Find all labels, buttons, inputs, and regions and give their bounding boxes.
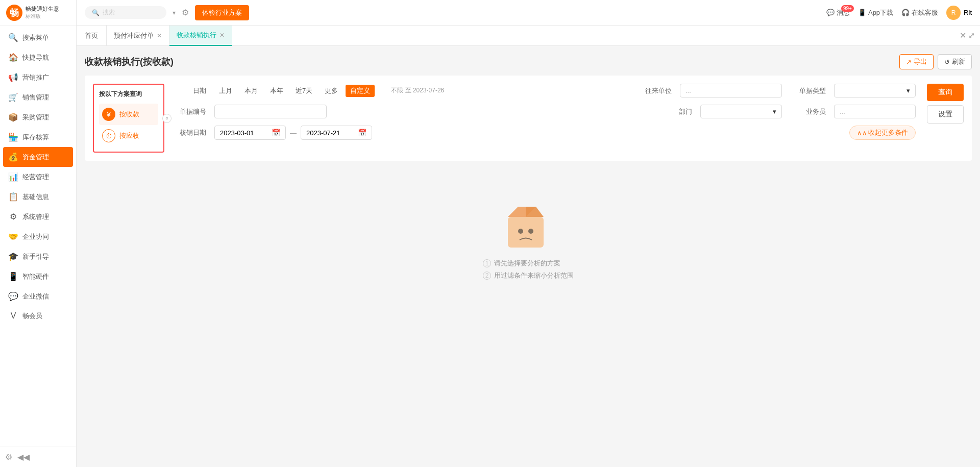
- empty-svg: [498, 202, 559, 253]
- expand-tabs-icon[interactable]: ⤢: [968, 31, 975, 40]
- staff-input[interactable]: ...: [834, 105, 916, 118]
- doc-type-select[interactable]: ▾: [834, 84, 916, 97]
- refresh-button[interactable]: ↺ 刷新: [938, 54, 972, 69]
- industry-btn[interactable]: 体验行业方案: [195, 5, 249, 20]
- topbar-search[interactable]: 🔍 搜索: [85, 6, 166, 19]
- filter-actions: 查询 设置: [922, 84, 964, 153]
- settings-button[interactable]: 设置: [927, 105, 964, 124]
- date-this-month[interactable]: 本月: [240, 85, 262, 97]
- sidebar-item-hardware[interactable]: 📱智能硬件: [0, 266, 76, 286]
- dropdown-icon[interactable]: ▾: [173, 9, 176, 16]
- vip-icon: V: [8, 311, 18, 321]
- sidebar-item-inventory[interactable]: 🏪库存核算: [0, 127, 76, 147]
- logo-icon: 畅: [6, 5, 22, 21]
- receivable-icon: ⏱: [102, 129, 115, 142]
- query-button[interactable]: 查询: [927, 84, 964, 101]
- export-button[interactable]: ↗ 导出: [899, 54, 934, 69]
- calendar-start-icon: 📅: [272, 129, 280, 137]
- user-info[interactable]: R Rit: [946, 6, 972, 20]
- settings-icon[interactable]: ⚙: [5, 452, 12, 462]
- staff-label: 业务员: [790, 107, 826, 116]
- calendar-end-icon: 📅: [358, 129, 366, 137]
- system-icon: ⚙: [8, 212, 18, 222]
- sidebar-item-enterprise[interactable]: 🤝企业协同: [0, 227, 76, 247]
- filter-sidebar-collapse-btn[interactable]: «: [162, 114, 172, 123]
- date-range: 2023-03-01 📅 — 2023-07-21 📅: [214, 126, 372, 140]
- sidebar-item-vip[interactable]: V畅会员: [0, 306, 76, 326]
- online-service-btn[interactable]: 🎧 在线客服: [901, 8, 938, 17]
- tab-receipt-offset[interactable]: 收款核销执行 ✕: [169, 26, 232, 46]
- sidebar-bottom: ⚙ ◀◀: [0, 447, 76, 467]
- avatar: R: [946, 6, 961, 20]
- logo-name: 畅捷通好生意: [26, 5, 59, 12]
- sidebar-label-quick-nav: 快捷导航: [22, 53, 49, 62]
- marketing-icon: 📢: [8, 72, 18, 82]
- vendor-input[interactable]: ...: [680, 84, 782, 97]
- purchase-icon: 📦: [8, 112, 18, 122]
- more-options-row: ∧∧ 收起更多条件: [849, 126, 916, 140]
- date-last-month[interactable]: 上月: [214, 85, 237, 97]
- sidebar-item-purchase[interactable]: 📦采购管理: [0, 107, 76, 127]
- sidebar-item-operations[interactable]: 📊经营管理: [0, 167, 76, 187]
- operations-icon: 📊: [8, 172, 18, 182]
- close-tab-icon[interactable]: ✕: [960, 31, 966, 40]
- sidebar-item-quick-nav[interactable]: 🏠快捷导航: [0, 47, 76, 67]
- finance-icon: 💰: [8, 152, 18, 162]
- sidebar-item-finance[interactable]: 💰资金管理: [3, 147, 73, 167]
- empty-illustration: [498, 202, 559, 253]
- app-download-btn[interactable]: 📱 App下载: [858, 8, 893, 17]
- sidebar-item-basic-info[interactable]: 📋基础信息: [0, 187, 76, 207]
- main-content: 🔍 搜索 ▾ ⚙ 体验行业方案 💬 消息 99+ 📱 App下载 🎧 在线客服 …: [77, 0, 980, 467]
- sidebar-item-sales[interactable]: 🛒销售管理: [0, 87, 76, 107]
- filter-row-1: 日期 上月 本月 本年 近7天 更多 自定义 不限 至 2023-07-26 往…: [170, 84, 916, 97]
- tab-prepay[interactable]: 预付冲应付单 ✕: [107, 26, 169, 46]
- sidebar-label-operations: 经营管理: [22, 173, 49, 182]
- sidebar-item-system[interactable]: ⚙系统管理: [0, 207, 76, 227]
- tabbar-actions: ✕ ⤢: [954, 31, 980, 40]
- vendor-label: 往来单位: [636, 86, 672, 95]
- service-icon: 🎧: [901, 9, 910, 16]
- filter-area: 按以下方案查询 ¥ 按收款 ⏱ 按应收 « 日期 上月 本月: [85, 76, 972, 161]
- tab-home[interactable]: 首页: [77, 26, 107, 46]
- search-placeholder: 搜索: [103, 8, 115, 17]
- weixin-icon: 💬: [8, 291, 18, 301]
- app-icon: 📱: [858, 9, 866, 16]
- filter-by-receivable[interactable]: ⏱ 按应收: [99, 125, 158, 146]
- writeoff-end-date[interactable]: 2023-07-21 📅: [301, 126, 372, 140]
- filter-main: 日期 上月 本月 本年 近7天 更多 自定义 不限 至 2023-07-26 往…: [170, 84, 916, 153]
- writeoff-date-label: 核销日期: [170, 128, 206, 137]
- svg-point-1: [518, 229, 523, 234]
- date-custom[interactable]: 自定义: [346, 85, 375, 97]
- sidebar-item-search[interactable]: 🔍搜索菜单: [0, 28, 76, 47]
- username: Rit: [964, 9, 972, 16]
- tab-close-prepay[interactable]: ✕: [157, 32, 162, 39]
- collapse-more-button[interactable]: ∧∧ 收起更多条件: [849, 126, 916, 140]
- doc-num-input[interactable]: [214, 105, 327, 118]
- receipt-icon: ¥: [102, 108, 115, 121]
- dept-label: 部门: [656, 107, 692, 116]
- filter-sidebar-title: 按以下方案查询: [99, 90, 158, 99]
- doc-num-label: 单据编号: [170, 107, 206, 116]
- collapse-sidebar-icon[interactable]: ◀◀: [17, 452, 30, 462]
- message-btn[interactable]: 💬 消息 99+: [826, 8, 850, 17]
- sidebar-item-weixin[interactable]: 💬企业微信: [0, 286, 76, 306]
- dept-select[interactable]: ▾: [700, 105, 782, 118]
- sidebar-item-guide[interactable]: 🎓新手引导: [0, 247, 76, 266]
- date-more[interactable]: 更多: [320, 85, 342, 97]
- svg-rect-0: [508, 217, 544, 248]
- sidebar-label-hardware: 智能硬件: [22, 272, 49, 281]
- gear-icon[interactable]: ⚙: [182, 8, 189, 17]
- filter-sidebar: 按以下方案查询 ¥ 按收款 ⏱ 按应收 «: [93, 84, 164, 153]
- filter-by-receipt[interactable]: ¥ 按收款: [99, 104, 158, 125]
- sidebar-item-marketing[interactable]: 📢营销推广: [0, 67, 76, 87]
- date-options: 上月 本月 本年 近7天 更多 自定义: [214, 85, 375, 97]
- sidebar-label-weixin: 企业微信: [22, 292, 49, 301]
- page-content: 收款核销执行(按收款) ↗ 导出 ↺ 刷新 按以下方案查询 ¥ 按收款: [77, 46, 980, 467]
- sidebar-label-basic-info: 基础信息: [22, 192, 49, 202]
- date-this-year[interactable]: 本年: [265, 85, 288, 97]
- writeoff-start-date[interactable]: 2023-03-01 📅: [214, 126, 286, 140]
- date-7days[interactable]: 近7天: [291, 85, 317, 97]
- quick-nav-icon: 🏠: [8, 53, 18, 62]
- tab-close-receipt[interactable]: ✕: [219, 32, 225, 39]
- export-icon: ↗: [906, 58, 912, 66]
